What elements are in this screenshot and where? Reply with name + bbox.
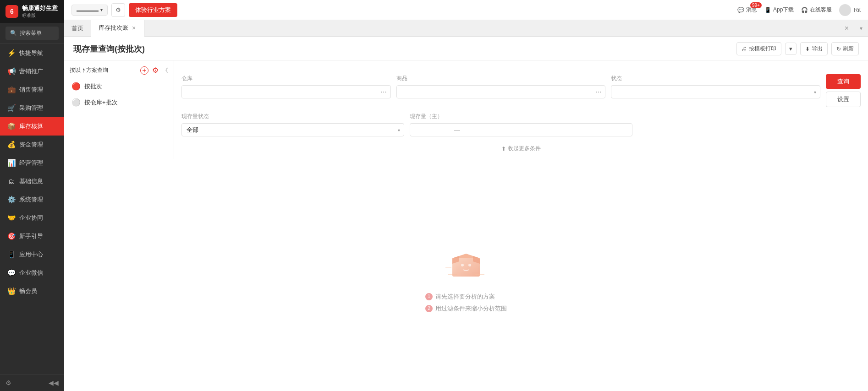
qty-range-dash: —: [454, 126, 460, 133]
topbar-right: 💬 消息 99+ 📱 App下载 🎧 在线客服 Rit: [737, 4, 861, 16]
product-label: 商品: [396, 75, 606, 82]
sidebar-item-wechat[interactable]: 💬 企业微信: [0, 264, 64, 282]
enterprise-icon: 🤝: [7, 214, 16, 222]
scheme-settings-button[interactable]: ⚙: [152, 66, 159, 75]
query-button[interactable]: 查询: [826, 74, 861, 89]
sidebar-item-sales[interactable]: 💼 销售管理: [0, 81, 64, 99]
quicknav-icon: ⚡: [7, 49, 16, 57]
system-icon: ⚙️: [7, 196, 16, 204]
topbar-settings-button[interactable]: ⚙: [111, 3, 125, 17]
sidebar-item-system[interactable]: ⚙️ 系统管理: [0, 190, 64, 209]
newguide-icon: 🎯: [7, 232, 16, 240]
page-actions: 🖨 按模板打印 ▾ ⬇ 导出 ↻ 刷新: [736, 42, 859, 55]
message-action[interactable]: 💬 消息 99+: [737, 6, 757, 14]
chevron-icon: ▾: [860, 25, 863, 32]
filter-group-status: 状态 ▾: [611, 75, 820, 98]
warehouse-more-button[interactable]: ···: [377, 88, 390, 96]
filter-group-qty-range: 现存量（主） —: [410, 113, 632, 136]
sidebar-item-newguide[interactable]: 🎯 新手引导: [0, 227, 64, 245]
collapse-sidebar-button[interactable]: ◀◀: [49, 379, 59, 386]
collapse-more-button[interactable]: ⬆ 收起更多条件: [501, 145, 541, 152]
tip-num-2: 2: [425, 305, 433, 312]
company-selector[interactable]: ▬▬▬▬ ▾: [71, 5, 108, 16]
scheme-inactive-icon: ⚪: [71, 98, 81, 107]
topbar: ▬▬▬▬ ▾ ⚙ 体验行业方案 💬 消息 99+ 📱 App下载 🎧 在线客服: [64, 0, 868, 20]
scheme-item-by-batch[interactable]: 🔴 按批次: [64, 78, 174, 94]
scheme-active-icon: 🔴: [71, 82, 81, 91]
user-area[interactable]: Rit: [839, 4, 861, 16]
sidebar-item-operations[interactable]: 📊 经营管理: [0, 154, 64, 172]
inventory-status-label: 现存量状态: [181, 113, 404, 120]
page-title-row: 现存量查询(按批次) 🖨 按模板打印 ▾ ⬇ 导出 ↻ 刷: [73, 42, 859, 60]
sidebar-item-purchase[interactable]: 🛒 采购管理: [0, 99, 64, 117]
tab-inventory-batch[interactable]: 库存批次账 ×: [91, 20, 144, 37]
purchase-icon: 🛒: [7, 104, 16, 112]
refresh-button[interactable]: ↻ 刷新: [831, 42, 859, 55]
collapse-filter-button[interactable]: 《: [162, 66, 168, 75]
topbar-left: ▬▬▬▬ ▾ ⚙ 体验行业方案: [71, 3, 734, 17]
sidebar-item-inventory[interactable]: 📦 库存核算: [0, 117, 64, 136]
settings-footer-button[interactable]: ⚙: [5, 379, 11, 386]
app-download-action[interactable]: 📱 App下载: [764, 6, 794, 14]
sidebar-item-enterprise[interactable]: 🤝 企业协同: [0, 209, 64, 227]
status-select[interactable]: [611, 86, 820, 98]
tip-num-1: 1: [425, 293, 433, 300]
trial-button[interactable]: 体验行业方案: [129, 3, 177, 17]
page-header: 现存量查询(按批次) 🖨 按模板打印 ▾ ⬇ 导出 ↻ 刷: [64, 37, 868, 60]
scheme-label-batch: 按批次: [84, 82, 102, 91]
svg-point-1: [461, 264, 464, 266]
scheme-label-warehouse-batch: 按仓库+批次: [84, 98, 118, 107]
online-service-action[interactable]: 🎧 在线客服: [801, 6, 832, 14]
main-area: ▬▬▬▬ ▾ ⚙ 体验行业方案 💬 消息 99+ 📱 App下载 🎧 在线客服: [64, 0, 868, 391]
basics-icon: 🗂: [7, 177, 16, 185]
tab-menu[interactable]: ▾: [854, 20, 868, 36]
tab-home[interactable]: 首页: [64, 20, 91, 36]
sidebar-item-marketing[interactable]: 📢 营销推广: [0, 62, 64, 81]
sidebar-item-member[interactable]: 👑 畅会员: [0, 282, 64, 300]
product-more-button[interactable]: ···: [592, 88, 605, 96]
filter-sidebar: 按以下方案查询 + ⚙ 《 🔴 按批次: [64, 60, 174, 159]
sidebar-item-quicknav[interactable]: ⚡ 快捷导航: [0, 44, 64, 62]
tab-extra-close[interactable]: ×: [839, 20, 854, 36]
search-icon: 🔍: [10, 30, 17, 36]
inventory-icon: 📦: [7, 122, 16, 130]
message-icon: 💬: [737, 7, 744, 13]
sidebar-footer: ⚙ ◀◀: [0, 374, 64, 391]
sales-icon: 💼: [7, 86, 16, 94]
page-content: 现存量查询(按批次) 🖨 按模板打印 ▾ ⬇ 导出 ↻ 刷: [64, 37, 868, 391]
empty-tip-1: 1 请先选择要分析的方案: [425, 293, 507, 301]
qty-to-input[interactable]: [463, 126, 500, 133]
print-template-button[interactable]: 🖨 按模板打印: [736, 42, 781, 55]
scheme-item-by-warehouse-batch[interactable]: ⚪ 按仓库+批次: [64, 94, 174, 110]
user-name: Rit: [854, 7, 861, 13]
export-icon: ⬇: [805, 46, 810, 52]
gear-icon: ⚙: [152, 66, 159, 75]
svg-point-2: [468, 264, 471, 266]
close-icon: ×: [845, 24, 849, 33]
empty-tip-2: 2 用过滤条件来缩小分析范围: [425, 304, 507, 313]
tab-close-inventory-batch[interactable]: ×: [131, 24, 137, 32]
collapse-row: ⬆ 收起更多条件: [181, 142, 861, 153]
print-dropdown-button[interactable]: ▾: [785, 43, 797, 55]
add-scheme-button[interactable]: +: [140, 66, 148, 75]
empty-illustration: [443, 238, 489, 283]
product-input[interactable]: [397, 86, 592, 98]
finance-icon: 💰: [7, 141, 16, 149]
warehouse-input[interactable]: [182, 86, 377, 98]
member-icon: 👑: [7, 287, 16, 295]
nav-menu: ⚡ 快捷导航 📢 营销推广 💼 销售管理 🛒 采购管理 📦 库存核算 💰 资金管…: [0, 44, 64, 374]
company-selector-text: ▬▬▬▬: [77, 7, 99, 13]
sidebar-item-basics[interactable]: 🗂 基础信息: [0, 172, 64, 190]
settings-action-button[interactable]: 设置: [826, 92, 861, 107]
qty-range-label: 现存量（主）: [410, 113, 632, 120]
inventory-status-select[interactable]: 全部 有库存 无库存: [182, 124, 404, 136]
sidebar-item-finance[interactable]: 💰 资金管理: [0, 136, 64, 154]
qty-from-input[interactable]: [415, 126, 451, 133]
export-button[interactable]: ⬇ 导出: [800, 42, 828, 55]
filter-area: 按以下方案查询 + ⚙ 《 🔴 按批次: [64, 60, 868, 159]
search-menu-button[interactable]: 🔍 搜索菜单: [5, 27, 59, 40]
warehouse-input-wrap: ···: [181, 85, 391, 98]
filter-group-product: 商品 ···: [396, 75, 606, 98]
status-select-wrap: ▾: [611, 85, 820, 98]
sidebar-item-appcenter[interactable]: 📱 应用中心: [0, 245, 64, 264]
